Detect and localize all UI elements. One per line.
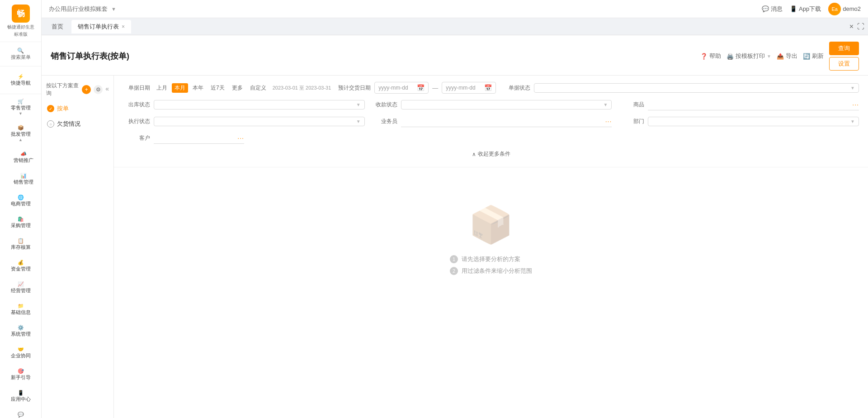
window-maximize-button[interactable]: ⛶: [857, 23, 864, 31]
filter-row-1: 单据日期 上月 本月 本年 近7天 更多 自定义 2023-03-01 至 20…: [123, 82, 859, 94]
export-button[interactable]: 📤 导出: [777, 52, 797, 60]
customer-label: 客户: [123, 134, 150, 142]
left-menu-item-by-debt[interactable]: ○ 欠货情况: [42, 116, 113, 132]
expected-date-end-input[interactable]: yyyy-mm-dd 📅: [442, 82, 496, 94]
breadcrumb-text: 办公用品行业模拟账套: [49, 5, 108, 13]
ecommerce-icon: 🌐: [18, 195, 24, 200]
payment-dropdown-icon: ▼: [603, 102, 608, 107]
template-print-button[interactable]: 🖨️ 按模板打印 ▼: [726, 52, 771, 60]
customer-input[interactable]: ···: [154, 133, 244, 144]
tab-home[interactable]: 首页: [45, 20, 70, 33]
date-tab-this-year[interactable]: 本年: [190, 83, 206, 93]
avatar-text: Ea: [832, 6, 838, 12]
sidebar-search-button[interactable]: 🔍 搜索菜单: [5, 46, 37, 62]
page-content: 销售订单执行表(按单) ❓ 帮助 🖨️ 按模板打印 ▼ 📤 导出 🔄 刷新: [42, 35, 868, 418]
customer-dots-icon[interactable]: ···: [237, 134, 244, 142]
filter-row-2: 出库状态 ▼ 收款状态 ▼: [123, 99, 859, 110]
help-button[interactable]: ❓ 帮助: [700, 52, 721, 60]
filter-area: 单据日期 上月 本月 本年 近7天 更多 自定义 2023-03-01 至 20…: [114, 76, 868, 167]
settings-scheme-button[interactable]: ⚙: [94, 85, 103, 94]
collapse-panel-button[interactable]: «: [105, 85, 109, 94]
date-tab-last7[interactable]: 近7天: [208, 83, 227, 93]
dept-select[interactable]: ▼: [648, 117, 859, 126]
status-select[interactable]: ▼: [534, 83, 859, 93]
sidebar-logo[interactable]: 畅 畅捷通好生意 标准版: [0, 0, 41, 42]
window-close-button[interactable]: ×: [849, 23, 854, 31]
tab-sales-order[interactable]: 销售订单执行表 ×: [71, 20, 131, 33]
sidebar-item-enterprise[interactable]: 🤝 企业协同: [0, 342, 41, 364]
right-panel: 单据日期 上月 本月 本年 近7天 更多 自定义 2023-03-01 至 20…: [114, 76, 868, 418]
tab-window-actions: × ⛶: [849, 23, 864, 31]
sidebar-item-purchase[interactable]: 🛍️ 采购管理: [0, 212, 41, 233]
exec-status-select[interactable]: ▼: [154, 117, 365, 126]
purchase-label: 采购管理: [11, 222, 31, 229]
sidebar-item-system[interactable]: ⚙️ 系统管理: [0, 320, 41, 342]
dept-item: 部门 ▼: [617, 116, 859, 127]
ecommerce-label: 电商管理: [11, 200, 31, 207]
refresh-label: 刷新: [812, 52, 824, 60]
app-download-icon: 📱: [790, 5, 797, 12]
exec-dropdown-icon: ▼: [356, 119, 361, 124]
message-button[interactable]: 💬 消息: [762, 5, 783, 13]
delivery-status-select[interactable]: ▼: [154, 100, 365, 109]
breadcrumb-dropdown-icon[interactable]: ▼: [111, 6, 116, 12]
collapse-more-button[interactable]: ∧ 收起更多条件: [123, 147, 859, 161]
sidebar-quick-nav-section: ⚡ 快捷导航: [0, 66, 41, 94]
sidebar-item-wholesale-mgmt[interactable]: 📦 批发管理 ▲: [0, 120, 41, 147]
sidebar-item-business[interactable]: 📈 经营管理: [0, 277, 41, 299]
date-tab-this-month[interactable]: 本月: [172, 83, 188, 93]
date-tab-custom[interactable]: 自定义: [247, 83, 269, 93]
date-tab-more[interactable]: 更多: [229, 83, 245, 93]
expected-date-group: 预计交货日期 yyyy-mm-dd 📅 — yyyy-mm-dd 📅: [338, 82, 496, 94]
enterprise-label: 企业协同: [11, 352, 31, 359]
expected-date-start-input[interactable]: yyyy-mm-dd 📅: [374, 82, 429, 94]
setting-button[interactable]: 设置: [829, 57, 859, 71]
sidebar-item-inventory[interactable]: 📋 库存核算: [0, 233, 41, 255]
sidebar-item-app-center[interactable]: 📱 应用中心: [0, 385, 41, 407]
payment-status-select[interactable]: ▼: [401, 100, 612, 109]
goods-dots-icon[interactable]: ···: [852, 101, 859, 108]
sidebar-item-finance[interactable]: 💰 资金管理: [0, 255, 41, 277]
date-tab-last-month[interactable]: 上月: [154, 83, 170, 93]
basic-info-icon: 📁: [18, 303, 24, 309]
purchase-icon: 🛍️: [18, 216, 24, 222]
add-scheme-button[interactable]: +: [82, 85, 91, 94]
sidebar-item-marketing[interactable]: 📣 营销推广: [0, 147, 41, 168]
sidebar-item-enterprise-wechat[interactable]: 💬 企业微信: [0, 407, 41, 418]
empty-state: 📦 1 请先选择要分析的方案 2 用过滤条件来缩小分析范围: [114, 167, 868, 311]
app-download-label: App下载: [799, 5, 821, 13]
user-profile[interactable]: Ea demo2: [828, 3, 861, 15]
goods-input[interactable]: ···: [648, 99, 859, 110]
tip-number-1: 1: [450, 255, 458, 263]
enterprise-wechat-icon: 💬: [18, 412, 24, 418]
left-menu-item-by-order[interactable]: ✓ 按单: [42, 101, 113, 116]
export-icon: 📤: [777, 53, 784, 60]
sidebar-item-ecommerce[interactable]: 🌐 电商管理: [0, 190, 41, 212]
refresh-button[interactable]: 🔄 刷新: [803, 52, 824, 60]
filter-row-4: 客户 ···: [123, 133, 859, 144]
tab-close-icon[interactable]: ×: [122, 24, 125, 30]
sidebar-item-newbie[interactable]: 🎯 新手引导: [0, 364, 41, 385]
app-download-button[interactable]: 📱 App下载: [790, 5, 821, 13]
wholesale-icon: 📦: [18, 125, 24, 131]
retail-arrow-icon: ▼: [19, 111, 23, 116]
left-panel: 按以下方案查询 + ⚙ « ✓ 按单: [42, 76, 114, 418]
salesperson-input[interactable]: ···: [401, 116, 612, 127]
sidebar-item-sales-mgmt[interactable]: 📊 销售管理: [0, 168, 41, 190]
home-tab-label: 首页: [52, 23, 63, 31]
quick-nav-icon: ⚡: [18, 74, 24, 80]
delivery-dropdown-icon: ▼: [356, 102, 361, 107]
sidebar-item-quick-nav[interactable]: ⚡ 快捷导航: [0, 69, 41, 91]
goods-item: 商品 ···: [617, 99, 859, 110]
topbar-left: 办公用品行业模拟账套 ▼: [49, 5, 116, 13]
salesperson-dots-icon[interactable]: ···: [605, 118, 612, 125]
query-button[interactable]: 查询: [829, 42, 859, 55]
sidebar-item-retail-mgmt[interactable]: 🛒 零售管理 ▼: [0, 94, 41, 120]
status-filter-group: 单据状态 ▼: [503, 83, 859, 93]
basic-info-label: 基础信息: [11, 309, 31, 316]
help-label: 帮助: [709, 52, 721, 60]
search-label: 搜索菜单: [5, 54, 37, 61]
active-dot-icon: ✓: [47, 105, 54, 112]
sidebar-item-basic-info[interactable]: 📁 基础信息: [0, 299, 41, 320]
retail-icon: 🛒: [18, 99, 24, 104]
